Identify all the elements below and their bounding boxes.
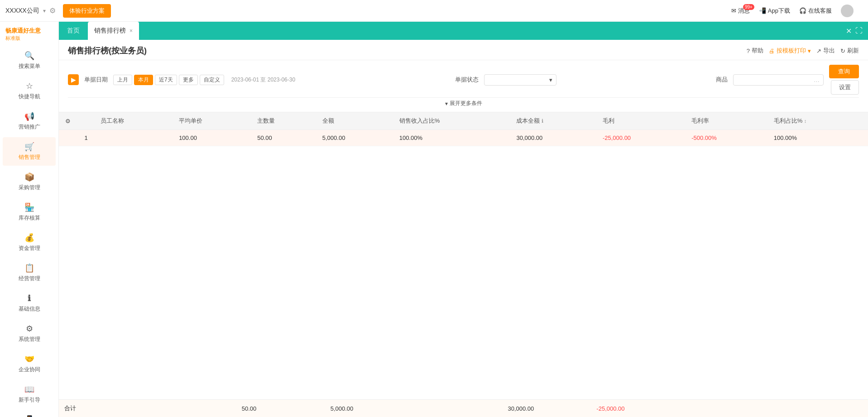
trial-button[interactable]: 体验行业方案 [63, 4, 111, 18]
footer-cost: 30,000.00 [508, 405, 596, 412]
tab-bar-maximize-icon[interactable]: ⛶ [855, 27, 863, 35]
company-selector[interactable]: XXXXX公司 ▾ [5, 7, 46, 15]
col-profit-rate: 毛利率 [686, 112, 768, 130]
status-label: 单据状态 [455, 76, 479, 84]
message-badge: 99+ [743, 4, 754, 10]
tab-bar-right: ✕ ⛶ [846, 27, 868, 35]
sidebar-item-quick-nav[interactable]: ☆ 快捷导航 [3, 77, 56, 105]
status-select[interactable]: ▾ [484, 74, 556, 86]
footer-profit: -25,000.00 [596, 405, 685, 412]
arrow-icon: ▶ [71, 76, 76, 83]
tab-bar: 首页 销售排行榜 × ✕ ⛶ [59, 22, 868, 40]
row-settings-cell [59, 130, 77, 146]
sidebar-item-sales[interactable]: 🛒 销售管理 [3, 137, 56, 166]
row-avg-price: 100.00 [173, 130, 252, 146]
sidebar-label-sales: 销售管理 [19, 153, 40, 161]
sidebar-item-system[interactable]: ⚙ 系统管理 [3, 319, 56, 348]
goods-input[interactable]: … [733, 74, 824, 86]
row-amount: 5,000.00 [317, 130, 394, 146]
col-rank [77, 112, 95, 130]
warehouse-icon: 🏪 [24, 202, 34, 212]
footer-amount: 5,000.00 [331, 405, 419, 412]
refresh-label: 刷新 [847, 47, 859, 55]
date-btn-this-month[interactable]: 本月 [134, 75, 153, 85]
date-buttons: 上月 本月 近7天 更多 自定义 [113, 75, 224, 85]
expand-icon: ▾ [445, 101, 448, 107]
help-label: 帮助 [752, 47, 763, 55]
page-header-actions: ? 帮助 🖨 按模板打印 ▾ ↗ 导出 ↻ 刷新 [747, 47, 859, 55]
table-body: 1 100.00 50.00 5,000.00 100.00% 30,000.0… [59, 130, 868, 146]
guide-icon: 📖 [24, 384, 34, 394]
app-label: App下载 [768, 7, 790, 15]
marketing-icon: 📢 [24, 111, 34, 121]
settings-button[interactable]: 设置 [831, 80, 859, 95]
top-bar-right: ✉ 消息 99+ 📲 App下载 🎧 在线客服 [731, 5, 863, 17]
print-icon: 🖨 [769, 48, 775, 54]
company-name: XXXXX公司 [5, 7, 39, 15]
main-layout: 畅康通好生意 标准版 🔍 搜索菜单 ☆ 快捷导航 📢 营销推广 🛒 销售管理 📦… [0, 22, 868, 417]
tab-bar-close-icon[interactable]: ✕ [846, 27, 852, 35]
page-header: 销售排行榜(按业务员) ? 帮助 🖨 按模板打印 ▾ ↗ 导出 [59, 40, 868, 60]
filter-toggle-arrow[interactable]: ▶ [68, 74, 79, 85]
col-sales-pct: 销售收入占比% [394, 112, 511, 130]
app-download-button[interactable]: 📲 App下载 [759, 7, 790, 15]
finance-icon: 💰 [24, 233, 34, 243]
row-qty: 50.00 [252, 130, 317, 146]
date-btn-custom[interactable]: 自定义 [200, 75, 224, 85]
print-label: 按模板打印 [777, 47, 806, 55]
col-profit: 毛利 [597, 112, 686, 130]
app-icon: 📲 [759, 7, 766, 14]
message-button[interactable]: ✉ 消息 99+ [731, 7, 750, 15]
goods-label: 商品 [716, 76, 728, 84]
tab-active-label: 销售排行榜 [94, 27, 126, 35]
print-button[interactable]: 🖨 按模板打印 ▾ [769, 47, 811, 55]
avatar[interactable] [841, 5, 854, 17]
service-icon: 🎧 [799, 7, 806, 14]
goods-more-icon: … [814, 77, 820, 83]
date-btn-7days[interactable]: 近7天 [155, 75, 177, 85]
tab-home[interactable]: 首页 [59, 22, 88, 40]
sidebar-label-purchase: 采购管理 [19, 184, 40, 192]
sidebar-logo: 畅康通好生意 标准版 [0, 22, 58, 45]
sidebar-item-search[interactable]: 🔍 搜索菜单 [3, 46, 56, 75]
col-avg-price: 平均单价 [173, 112, 252, 130]
sidebar-item-warehouse[interactable]: 🏪 库存核算 [3, 198, 56, 226]
col-amount: 全额 [317, 112, 394, 130]
sidebar-item-guide[interactable]: 📖 新手引导 [3, 380, 56, 408]
sidebar-item-basic[interactable]: ℹ 基础信息 [3, 289, 56, 317]
online-service-button[interactable]: 🎧 在线客服 [799, 7, 832, 15]
sidebar-item-finance[interactable]: 💰 资金管理 [3, 228, 56, 257]
sidebar-item-purchase[interactable]: 📦 采购管理 [3, 168, 56, 196]
data-table: ⚙ 员工名称 平均单价 主数量 全额 销售收入占比% 成本全额 ℹ 毛利 毛利率… [59, 112, 868, 146]
purchase-icon: 📦 [24, 172, 34, 182]
export-label: 导出 [823, 47, 835, 55]
tab-sales-ranking[interactable]: 销售排行榜 × [88, 22, 139, 40]
col-qty: 主数量 [252, 112, 317, 130]
footer-qty: 50.00 [242, 405, 331, 412]
col-settings[interactable]: ⚙ [59, 112, 77, 130]
company-settings-icon[interactable]: ⚙ [49, 6, 56, 15]
tab-close-icon[interactable]: × [129, 28, 133, 34]
query-button[interactable]: 查询 [829, 65, 859, 78]
expand-more-btn[interactable]: ▾ 展开更多条件 [68, 97, 859, 109]
basic-icon: ℹ [28, 293, 31, 303]
help-button[interactable]: ? 帮助 [747, 47, 763, 55]
refresh-button[interactable]: ↻ 刷新 [840, 47, 859, 55]
table-header: ⚙ 员工名称 平均单价 主数量 全额 销售收入占比% 成本全额 ℹ 毛利 毛利率… [59, 112, 868, 130]
business-icon: 📋 [24, 263, 34, 273]
sidebar-label-search: 搜索菜单 [19, 62, 40, 70]
data-table-wrap: ⚙ 员工名称 平均单价 主数量 全额 销售收入占比% 成本全额 ℹ 毛利 毛利率… [59, 112, 868, 399]
row-profit-rate: -500.00% [686, 130, 768, 146]
date-btn-more[interactable]: 更多 [179, 75, 198, 85]
sidebar-item-marketing[interactable]: 📢 营销推广 [3, 107, 56, 135]
footer-label: 合计 [64, 404, 153, 412]
expand-label: 展开更多条件 [450, 100, 482, 107]
sidebar-item-business[interactable]: 📋 经营管理 [3, 259, 56, 287]
date-btn-last-month[interactable]: 上月 [113, 75, 132, 85]
logo-sub: 标准版 [5, 35, 20, 42]
page-content: 销售排行榜(按业务员) ? 帮助 🖨 按模板打印 ▾ ↗ 导出 [59, 40, 868, 417]
sidebar-item-apps[interactable]: 📱 应用中心 [3, 410, 56, 417]
sidebar: 畅康通好生意 标准版 🔍 搜索菜单 ☆ 快捷导航 📢 营销推广 🛒 销售管理 📦… [0, 22, 59, 417]
sidebar-item-collab[interactable]: 🤝 企业协同 [3, 350, 56, 378]
export-button[interactable]: ↗ 导出 [816, 47, 835, 55]
